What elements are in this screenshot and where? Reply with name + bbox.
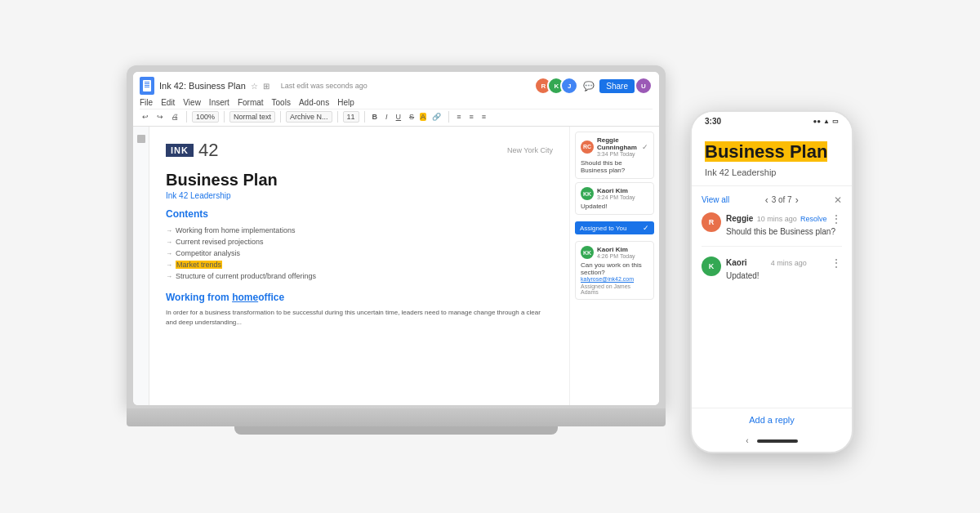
font-dropdown[interactable]: Archive N... xyxy=(286,111,332,123)
phone-time: 3:30 xyxy=(705,117,721,126)
align-right-btn[interactable]: ≡ xyxy=(479,112,488,122)
folder-icon: ⊞ xyxy=(263,82,270,91)
highlight-btn[interactable]: A xyxy=(420,113,426,121)
style-dropdown[interactable]: Normal text xyxy=(229,111,275,123)
phone-comment-2-header: K Kaori 4 mins ago ⋮ Updated! xyxy=(702,256,842,280)
contents-item-2: Current revised projections xyxy=(166,236,553,248)
next-page-btn[interactable]: › xyxy=(795,194,799,206)
undo-btn[interactable]: ↩ xyxy=(140,112,151,122)
assigned-comment-avatar: KK xyxy=(581,246,594,259)
menu-addons[interactable]: Add-ons xyxy=(299,98,329,107)
laptop-screen: Ink 42: Business Plan ☆ ⊞ Last edit was … xyxy=(127,65,666,408)
menu-edit[interactable]: Edit xyxy=(161,98,175,107)
comment-1-time: 3:34 PM Today xyxy=(597,151,639,157)
separator-4 xyxy=(337,111,338,123)
phone-doc-subtitle: Ink 42 Leadership xyxy=(705,167,839,177)
contents-item-4: Market trends xyxy=(166,259,553,270)
comment-item-2: KK Kaori Kim 3:24 PM Today Updated! xyxy=(575,182,654,215)
docs-topbar: Ink 42: Business Plan ☆ ⊞ Last edit was … xyxy=(133,72,659,127)
menu-format[interactable]: Format xyxy=(238,98,264,107)
docs-menu-bar: File Edit View Insert Format Tools Add-o… xyxy=(140,96,653,109)
chat-icon[interactable]: 💬 xyxy=(583,81,595,91)
assigned-badge: Assigned to You ✓ xyxy=(575,221,654,234)
separator-3 xyxy=(280,111,281,123)
doc-content: INK 42 New York City Business Plan Ink 4… xyxy=(133,127,659,405)
italic-btn[interactable]: I xyxy=(383,112,390,122)
phone-comment-2-avatar: K xyxy=(702,256,721,276)
underline-btn[interactable]: U xyxy=(394,112,404,122)
menu-view[interactable]: View xyxy=(183,98,201,107)
resolve-btn[interactable]: Resolve xyxy=(800,215,827,223)
battery-icon: ▭ xyxy=(832,118,839,125)
back-nav[interactable]: ‹ xyxy=(746,436,748,445)
phone-comments-header: View all ‹ 3 of 7 › ✕ xyxy=(702,194,842,206)
print-btn[interactable]: 🖨 xyxy=(169,112,181,122)
assigned-comment-link[interactable]: kalyrose@ink42.com xyxy=(581,276,648,282)
separator-2 xyxy=(224,111,225,123)
bold-btn[interactable]: B xyxy=(370,112,381,122)
comment-2-text: Updated! xyxy=(581,203,648,210)
menu-tools[interactable]: Tools xyxy=(272,98,291,107)
zoom-dropdown[interactable]: 100% xyxy=(192,111,219,123)
add-reply-btn[interactable]: Add a reply xyxy=(749,415,795,425)
close-comments-btn[interactable]: ✕ xyxy=(834,194,842,206)
align-center-btn[interactable]: ≡ xyxy=(466,112,475,122)
menu-file[interactable]: File xyxy=(140,98,153,107)
phone-comment-2: K Kaori 4 mins ago ⋮ Updated! xyxy=(702,256,842,280)
phone: 3:30 ●● ▲ ▭ Business Plan Ink 42 Leaders… xyxy=(690,110,853,453)
size-dropdown[interactable]: 11 xyxy=(343,111,359,123)
menu-help[interactable]: Help xyxy=(337,98,354,107)
docs-title-bar: Ink 42: Business Plan ☆ ⊞ Last edit was … xyxy=(140,75,653,96)
phone-status-bar: 3:30 ●● ▲ ▭ xyxy=(692,112,852,129)
share-button[interactable]: Share xyxy=(599,79,635,93)
phone-comment-1-name: Reggie xyxy=(726,214,753,223)
strikethrough-btn[interactable]: S xyxy=(407,112,416,122)
redo-btn[interactable]: ↪ xyxy=(154,112,166,122)
laptop: Ink 42: Business Plan ☆ ⊞ Last edit was … xyxy=(127,65,666,441)
pagination-text: 3 of 7 xyxy=(772,195,792,204)
sidebar-icon xyxy=(137,135,145,143)
contents-item-5: Structure of current product/brand offer… xyxy=(166,270,553,282)
avatar-stack: R K J xyxy=(534,77,578,95)
laptop-foot xyxy=(234,426,558,435)
assigned-check: ✓ xyxy=(643,224,649,232)
comment-thread: RC Reggie Cunningham 3:34 PM Today ✓ Sho… xyxy=(575,132,654,300)
avatar-3: J xyxy=(560,77,578,95)
doc-contents-heading: Contents xyxy=(166,208,553,220)
assigned-comment-meta: Kaori Kim 4:26 PM Today xyxy=(597,246,635,259)
separator-6 xyxy=(448,111,449,123)
doc-subtitle: Ink 42 Leadership xyxy=(166,191,553,200)
view-all-link[interactable]: View all xyxy=(702,195,729,204)
laptop-base xyxy=(127,408,666,426)
phone-doc-title-wrapper: Business Plan xyxy=(705,141,839,164)
assigned-label: Assigned to You xyxy=(580,225,626,232)
phone-comment-2-text: Updated! xyxy=(726,271,842,280)
phone-doc-preview: Business Plan Ink 42 Leadership xyxy=(692,129,852,186)
doc-location: New York City xyxy=(507,146,553,154)
assigned-comment-header: KK Kaori Kim 4:26 PM Today xyxy=(581,246,648,259)
align-left-btn[interactable]: ≡ xyxy=(454,112,463,122)
comment-1-text: Should this be Business plan? xyxy=(581,159,648,174)
comment-item-1: RC Reggie Cunningham 3:34 PM Today ✓ Sho… xyxy=(575,132,654,179)
more-options-1[interactable]: ⋮ xyxy=(831,212,842,225)
separator-5 xyxy=(364,111,365,123)
comment-2-time: 3:24 PM Today xyxy=(597,194,635,200)
phone-comment-1: R Reggie 10 mins ago Resolve ⋮ Should th… xyxy=(702,212,842,236)
comment-1-header: RC Reggie Cunningham 3:34 PM Today ✓ xyxy=(581,136,648,157)
more-options-2[interactable]: ⋮ xyxy=(831,256,842,270)
prev-page-btn[interactable]: ‹ xyxy=(765,194,768,206)
home-indicator[interactable] xyxy=(757,439,798,443)
assigned-comment-assignee: Assigned on James Adams xyxy=(581,283,648,295)
docs-logo xyxy=(143,80,151,91)
autosave-text: Last edit was seconds ago xyxy=(281,82,368,90)
assigned-comment-text: Can you work on this section? xyxy=(581,261,648,276)
phone-doc-title: Business Plan xyxy=(705,141,827,162)
comment-1-avatar: RC xyxy=(581,141,594,154)
menu-insert[interactable]: Insert xyxy=(209,98,229,107)
link-btn[interactable]: 🔗 xyxy=(430,112,443,122)
assigned-comment-name: Kaori Kim xyxy=(597,246,635,253)
phone-comment-1-body: Reggie 10 mins ago Resolve ⋮ Should this… xyxy=(726,212,842,236)
comment-2-meta: Kaori Kim 3:24 PM Today xyxy=(597,187,635,200)
doc-main: INK 42 New York City Business Plan Ink 4… xyxy=(149,127,569,405)
docs-icon xyxy=(140,77,154,95)
